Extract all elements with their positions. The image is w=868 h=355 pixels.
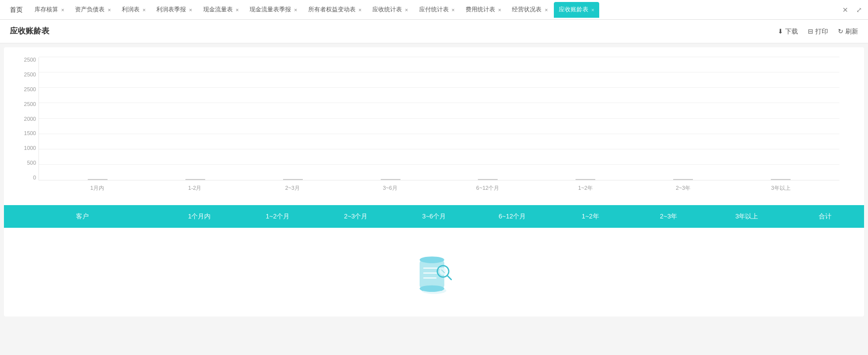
tab-cashflow[interactable]: 现金流量表 × [198,2,244,18]
tab-ar-aging[interactable]: 应收账龄表 × [554,2,599,18]
bar-group-3-6月 [381,179,400,180]
bar-group-2-3月 [283,179,303,180]
col-3y-plus: 3年以上 [708,205,786,228]
close-window-btn[interactable]: ✕ [840,5,850,15]
empty-state [4,228,864,317]
bar-2-3年 [673,179,693,180]
bar-group-1-2年 [576,179,595,180]
header-actions: ⬇ 下载 ⊟ 打印 ↻ 刷新 [778,27,858,36]
bar-group-1月内 [88,179,108,180]
svg-point-2 [420,256,444,263]
bar-2-3月 [283,179,303,180]
print-btn[interactable]: ⊟ 打印 [808,27,828,36]
svg-point-3 [420,285,444,292]
bar-3-6月 [381,179,400,180]
bar-1-2月 [185,179,205,180]
refresh-icon: ↻ [838,28,843,35]
bar-group-2-3年 [673,179,693,180]
tab-equity[interactable]: 所有者权益变动表 × [303,2,366,18]
tab-bar: 首页 库存核算 × 资产负债表 × 利润表 × 利润表季报 × 现金流量表 × … [0,0,868,20]
tab-expense[interactable]: 费用统计表 × [461,2,506,18]
close-operation-tab[interactable]: × [544,7,547,13]
download-btn[interactable]: ⬇ 下载 [778,27,798,36]
col-6-12m: 6~12个月 [473,205,551,228]
close-expense-tab[interactable]: × [498,7,501,13]
close-cashflow-tab[interactable]: × [236,7,239,13]
tab-profit-quarterly[interactable]: 利润表季报 × [151,2,197,18]
print-icon: ⊟ [808,28,813,35]
main-content: 0 500 1000 1500 2000 2500 2500 2500 2500 [4,47,864,317]
close-ap-stat-tab[interactable]: × [452,7,455,13]
download-icon: ⬇ [778,28,783,35]
bar-6-12个月 [478,179,498,180]
close-balance-tab[interactable]: × [108,7,110,13]
close-cashflow-quarterly-tab[interactable]: × [294,7,297,13]
close-profit-quarterly-tab[interactable]: × [189,7,192,13]
col-1-2y: 1~2年 [551,205,630,228]
close-inventory-tab[interactable]: × [61,7,64,13]
tab-balance[interactable]: 资产负债表 × [70,2,115,18]
col-2-3m: 2~3个月 [317,205,395,228]
empty-illustration [409,248,459,297]
col-total: 合计 [786,205,864,228]
tab-ar-stat[interactable]: 应收统计表 × [367,2,413,18]
close-ar-stat-tab[interactable]: × [405,7,408,13]
close-ar-aging-tab[interactable]: × [591,7,594,13]
close-profit-tab[interactable]: × [143,7,145,13]
col-3-6m: 3~6个月 [395,205,473,228]
tab-cashflow-quarterly[interactable]: 现金流量表季报 × [245,2,302,18]
bar-1月内 [88,179,108,180]
col-1m: 1个月内 [160,205,239,228]
bar-group-6-12个月 [478,179,498,180]
col-customer: 客户 [4,205,160,228]
bar-group-3年以上 [771,179,791,180]
tab-operation[interactable]: 经营状况表 × [507,2,552,18]
page-header: 应收账龄表 ⬇ 下载 ⊟ 打印 ↻ 刷新 [0,20,868,43]
tab-inventory[interactable]: 库存核算 × [30,2,69,18]
svg-rect-1 [420,260,444,288]
bar-1-2年 [576,179,595,180]
window-controls: ✕ ⤢ [840,5,864,15]
refresh-btn[interactable]: ↻ 刷新 [838,27,858,36]
bar-group-1-2月 [185,179,205,180]
svg-line-9 [447,276,451,280]
tab-profit[interactable]: 利润表 × [117,2,150,18]
col-1-2m: 1~2个月 [239,205,317,228]
col-2-3y: 2~3年 [629,205,708,228]
chart-area: 0 500 1000 1500 2000 2500 2500 2500 2500 [4,47,864,205]
chart-inner [38,57,839,180]
x-labels: 1月内 1-2月 2~3月 3~6月 6~12个月 1~2年 2~3年 3年以上 [38,180,839,195]
bars-container [39,57,839,180]
close-equity-tab[interactable]: × [359,7,362,13]
tab-home[interactable]: 首页 [4,5,29,14]
tab-ap-stat[interactable]: 应付统计表 × [414,2,460,18]
bar-chart: 0 500 1000 1500 2000 2500 2500 2500 2500 [38,57,839,195]
y-axis: 0 500 1000 1500 2000 2500 2500 2500 2500 [16,57,36,180]
table-header: 客户 1个月内 1~2个月 2~3个月 3~6个月 6~12个月 1~2年 2~… [4,205,864,228]
maximize-window-btn[interactable]: ⤢ [854,5,864,15]
page-title: 应收账龄表 [10,26,49,36]
bar-3年以上 [771,179,791,180]
